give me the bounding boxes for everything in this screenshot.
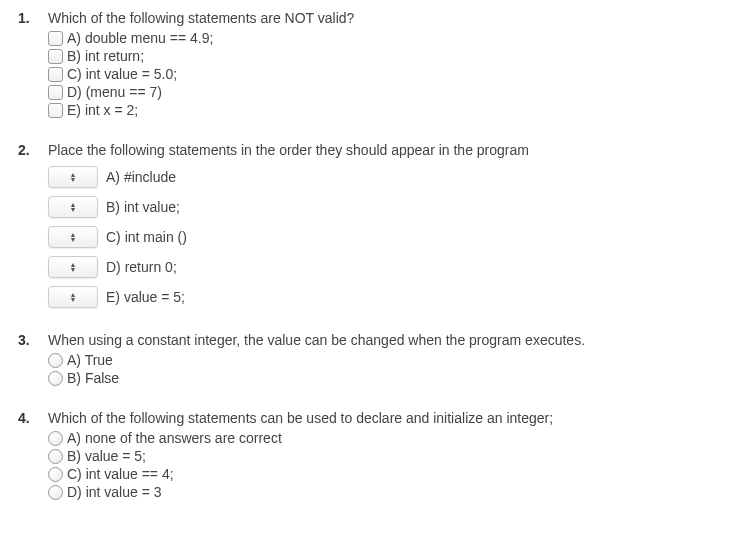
question-1: 1. Which of the following statements are… xyxy=(18,10,716,118)
option-label: C) int main () xyxy=(106,229,187,245)
radio-a[interactable] xyxy=(48,431,63,446)
question-3: 3. When using a constant integer, the va… xyxy=(18,332,716,386)
dropdown-row: ▲▼ D) return 0; xyxy=(48,256,716,278)
option-label: A) #include xyxy=(106,169,176,185)
order-select-a[interactable]: ▲▼ xyxy=(48,166,98,188)
option-row: B) value = 5; xyxy=(48,448,716,464)
option-row: D) int value = 3 xyxy=(48,484,716,500)
options-list: A) none of the answers are correct B) va… xyxy=(48,430,716,500)
option-label: C) int value = 5.0; xyxy=(67,66,177,82)
checkbox-a[interactable] xyxy=(48,31,63,46)
option-row: B) False xyxy=(48,370,716,386)
option-row: A) none of the answers are correct xyxy=(48,430,716,446)
question-text: Place the following statements in the or… xyxy=(48,142,716,158)
option-row: C) int value = 5.0; xyxy=(48,66,716,82)
radio-d[interactable] xyxy=(48,485,63,500)
order-select-b[interactable]: ▲▼ xyxy=(48,196,98,218)
question-text: When using a constant integer, the value… xyxy=(48,332,716,348)
checkbox-d[interactable] xyxy=(48,85,63,100)
option-row: E) int x = 2; xyxy=(48,102,716,118)
question-number: 3. xyxy=(18,332,48,348)
question-number: 2. xyxy=(18,142,48,158)
options-list: A) double menu == 4.9; B) int return; C)… xyxy=(48,30,716,118)
question-header: 1. Which of the following statements are… xyxy=(18,10,716,26)
option-row: A) True xyxy=(48,352,716,368)
option-label: B) int value; xyxy=(106,199,180,215)
stepper-icon: ▲▼ xyxy=(70,232,77,242)
order-select-d[interactable]: ▲▼ xyxy=(48,256,98,278)
question-header: 2. Place the following statements in the… xyxy=(18,142,716,158)
option-row: A) double menu == 4.9; xyxy=(48,30,716,46)
option-label: A) double menu == 4.9; xyxy=(67,30,213,46)
dropdown-row: ▲▼ B) int value; xyxy=(48,196,716,218)
options-list: A) True B) False xyxy=(48,352,716,386)
option-label: A) True xyxy=(67,352,113,368)
option-label: D) (menu == 7) xyxy=(67,84,162,100)
order-select-e[interactable]: ▲▼ xyxy=(48,286,98,308)
option-row: C) int value == 4; xyxy=(48,466,716,482)
options-list: ▲▼ A) #include ▲▼ B) int value; ▲▼ C) in… xyxy=(48,166,716,308)
checkbox-b[interactable] xyxy=(48,49,63,64)
option-label: E) int x = 2; xyxy=(67,102,138,118)
option-label: A) none of the answers are correct xyxy=(67,430,282,446)
order-select-c[interactable]: ▲▼ xyxy=(48,226,98,248)
question-2: 2. Place the following statements in the… xyxy=(18,142,716,308)
checkbox-c[interactable] xyxy=(48,67,63,82)
option-label: C) int value == 4; xyxy=(67,466,174,482)
question-4: 4. Which of the following statements can… xyxy=(18,410,716,500)
checkbox-e[interactable] xyxy=(48,103,63,118)
option-row: B) int return; xyxy=(48,48,716,64)
option-label: B) int return; xyxy=(67,48,144,64)
question-number: 1. xyxy=(18,10,48,26)
option-label: E) value = 5; xyxy=(106,289,185,305)
question-text: Which of the following statements can be… xyxy=(48,410,716,426)
stepper-icon: ▲▼ xyxy=(70,172,77,182)
stepper-icon: ▲▼ xyxy=(70,262,77,272)
option-label: B) value = 5; xyxy=(67,448,146,464)
question-number: 4. xyxy=(18,410,48,426)
radio-c[interactable] xyxy=(48,467,63,482)
radio-b[interactable] xyxy=(48,371,63,386)
question-text: Which of the following statements are NO… xyxy=(48,10,716,26)
option-label: D) return 0; xyxy=(106,259,177,275)
option-label: D) int value = 3 xyxy=(67,484,162,500)
stepper-icon: ▲▼ xyxy=(70,202,77,212)
dropdown-row: ▲▼ A) #include xyxy=(48,166,716,188)
dropdown-row: ▲▼ C) int main () xyxy=(48,226,716,248)
question-header: 3. When using a constant integer, the va… xyxy=(18,332,716,348)
option-label: B) False xyxy=(67,370,119,386)
dropdown-row: ▲▼ E) value = 5; xyxy=(48,286,716,308)
question-header: 4. Which of the following statements can… xyxy=(18,410,716,426)
radio-b[interactable] xyxy=(48,449,63,464)
radio-a[interactable] xyxy=(48,353,63,368)
stepper-icon: ▲▼ xyxy=(70,292,77,302)
option-row: D) (menu == 7) xyxy=(48,84,716,100)
